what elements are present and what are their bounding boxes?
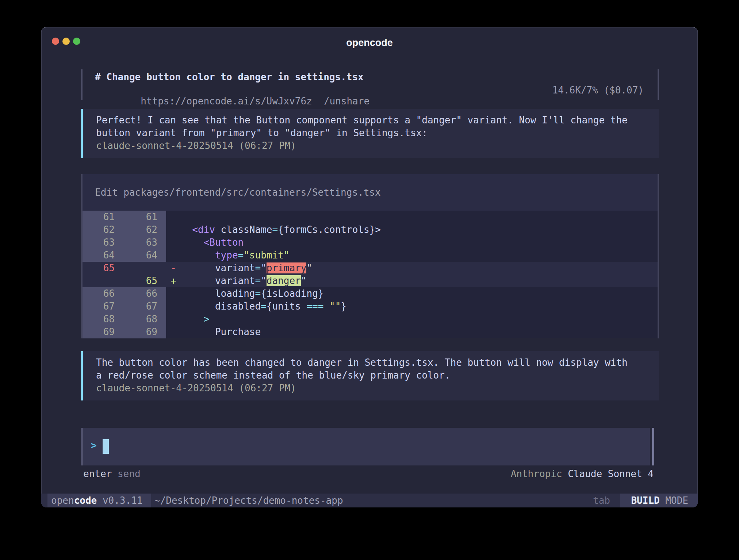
diff-row: 6868 > [81, 313, 659, 326]
hint-key: enter [83, 468, 112, 479]
working-directory: ~/Desktop/Projects/demo-notes-app [154, 494, 343, 507]
header-left-border [81, 69, 83, 100]
tab-hint[interactable]: tab [593, 494, 610, 507]
input-right-border [652, 428, 654, 465]
diff-code-line: type="submit" [181, 249, 659, 262]
model-name: Claude Sonnet 4 [568, 468, 654, 479]
diff-row: 6161 [81, 211, 659, 223]
diff-row: 6666 loading={isLoading} [81, 287, 659, 300]
mode-name: BUILD [631, 495, 659, 506]
message-text: button variant from "primary" to "danger… [96, 127, 659, 139]
diff-right-border [658, 174, 659, 338]
diff-row: 65+ variant="danger" [81, 275, 659, 287]
share-url[interactable]: https://opencode.ai/s/UwJxv76z [141, 96, 312, 107]
status-bar: opencode v0.3.11 ~/Desktop/Projects/demo… [41, 494, 698, 507]
diff-row: 65- variant="primary" [81, 262, 659, 275]
diff-left-border [81, 174, 83, 338]
enter-send-hint: enter send [83, 467, 141, 480]
diff-code-line: disabled={units === ""} [181, 300, 659, 313]
message-text: The button color has been changed to dan… [96, 356, 659, 369]
hint-label: send [118, 468, 141, 479]
provider-name: Anthropic [511, 468, 562, 479]
app-version: v0.3.11 [97, 495, 142, 506]
diff-row: 6363 <Button [81, 236, 659, 249]
model-timestamp: claude-sonnet-4-20250514 (06:27 PM) [96, 382, 659, 395]
assistant-message-1: Perfect! I can see that the Button compo… [81, 109, 659, 158]
unshare-command[interactable]: /unshare [324, 96, 370, 107]
edit-tool-card: Edit packages/frontend/src/containers/Se… [81, 174, 659, 338]
text-cursor [103, 439, 109, 454]
mode-suffix: MODE [660, 495, 688, 506]
session-header: # Change button color to danger in setti… [81, 69, 659, 100]
assistant-message-2: The button color has been changed to dan… [81, 351, 659, 400]
diff-code-line: variant="danger" [181, 275, 659, 287]
token-usage: 14.6K/7% ($0.07) [552, 85, 644, 96]
diff-code-line [181, 211, 659, 223]
window-title: opencode [41, 37, 698, 49]
prompt-input[interactable]: > [81, 428, 650, 465]
diff-row: 6464 type="submit" [81, 249, 659, 262]
opencode-window: opencode # Change button color to danger… [41, 27, 698, 507]
app-name-code: code [74, 495, 97, 506]
model-indicator: Anthropic Claude Sonnet 4 [511, 467, 654, 480]
diff-code-line: Purchase [181, 326, 659, 338]
model-timestamp: claude-sonnet-4-20250514 (06:27 PM) [96, 139, 659, 152]
desktop: opencode # Change button color to danger… [0, 0, 739, 560]
diff-code-line: loading={isLoading} [181, 287, 659, 300]
mode-badge[interactable]: BUILD MODE [620, 494, 698, 507]
diff-code-line: > [181, 313, 659, 326]
app-version-badge: opencode v0.3.11 [47, 494, 151, 507]
diff-row: 6767 disabled={units === ""} [81, 300, 659, 313]
message-text: a red/rose color scheme instead of the b… [96, 369, 659, 382]
session-title: # Change button color to danger in setti… [95, 72, 364, 83]
header-right-border [658, 69, 659, 100]
edit-file-path: Edit packages/frontend/src/containers/Se… [81, 174, 659, 211]
titlebar[interactable]: opencode [41, 27, 698, 47]
message-text: Perfect! I can see that the Button compo… [96, 114, 659, 127]
diff-row: 6262 <div className={formCs.controls}> [81, 223, 659, 236]
prompt-symbol: > [91, 440, 97, 451]
app-name-open: open [51, 495, 74, 506]
diff-code-line: variant="primary" [181, 262, 659, 275]
diff-code-line: <Button [181, 236, 659, 249]
diff-row: 6969 Purchase [81, 326, 659, 338]
diff-code-line: <div className={formCs.controls}> [181, 223, 659, 236]
diff-view: 61616262 <div className={formCs.controls… [81, 211, 659, 338]
footer-hints: enter send Anthropic Claude Sonnet 4 [41, 467, 698, 480]
